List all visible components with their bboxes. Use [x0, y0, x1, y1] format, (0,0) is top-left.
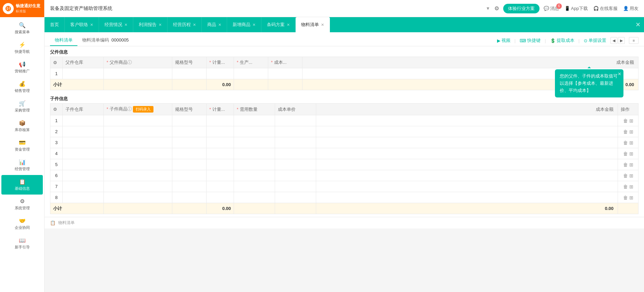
child-unitprice-cell-5[interactable] — [275, 170, 316, 181]
delete-icon[interactable]: 🗑 — [623, 173, 628, 178]
tab-customer[interactable]: 客户联络✕ — [65, 17, 99, 32]
child-product-cell-0[interactable] — [104, 115, 172, 126]
child-unit-cell-5[interactable] — [207, 170, 234, 181]
sidebar-item-guide[interactable]: 📖新手引导 — [0, 234, 44, 253]
delete-icon[interactable]: 🗑 — [623, 195, 628, 200]
next-arrow[interactable]: ▶ — [618, 37, 625, 44]
sidebar-item-purchase[interactable]: 🛒采购管理 — [0, 97, 44, 116]
sidebar-item-management[interactable]: 📊经营管理 — [0, 155, 44, 175]
tab-home[interactable]: 首页 — [45, 17, 65, 32]
child-product-cell-7[interactable] — [104, 192, 172, 203]
child-unitprice-cell-2[interactable] — [275, 137, 316, 148]
child-spec-cell-0[interactable] — [172, 115, 207, 126]
child-product-cell-1[interactable] — [104, 126, 172, 137]
parent-produce-cell[interactable] — [234, 68, 268, 79]
sidebar-item-marketing[interactable]: 📢营销推广 — [0, 58, 44, 77]
child-warehouse-cell-1[interactable] — [63, 126, 104, 137]
copy-icon[interactable]: ⊞ — [629, 184, 633, 189]
single-settings-btn[interactable]: ⊙ 单据设置 — [584, 37, 606, 44]
tab-close-icon[interactable]: ✕ — [321, 23, 324, 27]
tab-profit[interactable]: 利润报告✕ — [133, 17, 168, 32]
message-icon-container[interactable]: 💬 消息 6 — [544, 5, 559, 12]
child-unit-cell-4[interactable] — [207, 159, 234, 170]
child-qty-cell-7[interactable] — [234, 192, 275, 203]
child-warehouse-cell-2[interactable] — [63, 137, 104, 148]
child-unit-cell-3[interactable] — [207, 148, 234, 159]
child-spec-cell-7[interactable] — [172, 192, 207, 203]
child-unitprice-cell-3[interactable] — [275, 148, 316, 159]
child-spec-cell-1[interactable] — [172, 126, 207, 137]
tab-products[interactable]: 商品✕ — [202, 17, 227, 32]
delete-icon[interactable]: 🗑 — [623, 162, 628, 167]
child-qty-cell-6[interactable] — [234, 181, 275, 192]
delete-icon[interactable]: 🗑 — [623, 140, 628, 145]
child-warehouse-cell-4[interactable] — [63, 159, 104, 170]
child-unitprice-cell-1[interactable] — [275, 126, 316, 137]
parent-unit-cell[interactable] — [207, 68, 234, 79]
child-unit-cell-7[interactable] — [207, 192, 234, 203]
child-spec-cell-6[interactable] — [172, 181, 207, 192]
child-unit-cell-0[interactable] — [207, 115, 234, 126]
delete-icon[interactable]: 🗑 — [623, 184, 628, 189]
copy-icon[interactable]: ⊞ — [629, 140, 633, 145]
child-qty-cell-4[interactable] — [234, 159, 275, 170]
tab-close-icon[interactable]: ✕ — [159, 23, 162, 27]
cost-btn[interactable]: 💲 提取成本 — [550, 37, 574, 44]
copy-icon[interactable]: ⊞ — [629, 162, 633, 167]
child-warehouse-cell-6[interactable] — [63, 181, 104, 192]
sidebar-item-system[interactable]: ⚙系统管理 — [0, 195, 44, 214]
online-service[interactable]: 🎧 在线客服 — [593, 5, 618, 12]
child-unit-cell-6[interactable] — [207, 181, 234, 192]
child-spec-cell-2[interactable] — [172, 137, 207, 148]
trial-button[interactable]: 体验行业方案 — [503, 4, 540, 13]
copy-icon[interactable]: ⊞ — [629, 195, 633, 200]
parent-col-settings[interactable]: ⚙ — [50, 57, 63, 68]
child-product-cell-6[interactable] — [104, 181, 172, 192]
copy-icon[interactable]: ⊞ — [629, 173, 633, 178]
copy-icon[interactable]: ⊞ — [629, 151, 633, 156]
child-qty-cell-5[interactable] — [234, 170, 275, 181]
sidebar-item-sales[interactable]: 💰销售管理 — [0, 77, 44, 97]
tab-bom[interactable]: 物料清单✕ — [296, 17, 330, 32]
app-download[interactable]: 📱 App下载 — [565, 5, 588, 12]
scan-input-btn[interactable]: 扫码录入 — [133, 106, 153, 113]
child-unit-cell-1[interactable] — [207, 126, 234, 137]
delete-icon[interactable]: 🗑 — [623, 118, 628, 124]
child-product-cell-3[interactable] — [104, 148, 172, 159]
user-menu[interactable]: 👤 用友 — [623, 5, 639, 12]
settings-icon[interactable]: ⚙ — [494, 5, 499, 12]
child-product-cell-5[interactable] — [104, 170, 172, 181]
tab-operation[interactable]: 经营情况✕ — [99, 17, 133, 32]
child-qty-cell-1[interactable] — [234, 126, 275, 137]
child-unit-cell-2[interactable] — [207, 137, 234, 148]
sub-tab-bom-code[interactable]: 物料清单编码 0000005 — [77, 35, 134, 46]
child-unitprice-cell-0[interactable] — [275, 115, 316, 126]
child-warehouse-cell-7[interactable] — [63, 192, 104, 203]
close-all-tabs[interactable]: ✕ — [632, 21, 644, 28]
child-warehouse-cell-5[interactable] — [63, 170, 104, 181]
sidebar-item-finance[interactable]: 💳资金管理 — [0, 136, 44, 155]
copy-icon[interactable]: ⊞ — [629, 129, 633, 135]
child-qty-cell-3[interactable] — [234, 148, 275, 159]
dropdown-arrow-icon[interactable]: ▼ — [486, 6, 490, 11]
sidebar-item-search[interactable]: 🔍搜索菜单 — [0, 19, 44, 38]
delete-icon[interactable]: 🗑 — [623, 129, 628, 135]
tab-close-icon[interactable]: ✕ — [252, 23, 256, 27]
child-unitprice-cell-7[interactable] — [275, 192, 316, 203]
delete-icon[interactable]: 🗑 — [623, 151, 628, 156]
grid-view-btn[interactable]: ≡ — [629, 37, 639, 44]
tab-close-icon[interactable]: ✕ — [124, 23, 127, 27]
sidebar-item-cooperation[interactable]: 🤝企业协同 — [0, 214, 44, 234]
tab-barcode[interactable]: 条码方案✕ — [261, 17, 296, 32]
view-btn[interactable]: ▶ 视频 — [497, 37, 510, 44]
child-qty-cell-2[interactable] — [234, 137, 275, 148]
child-spec-cell-3[interactable] — [172, 148, 207, 159]
child-product-cell-2[interactable] — [104, 137, 172, 148]
child-product-cell-4[interactable] — [104, 159, 172, 170]
child-qty-cell-0[interactable] — [234, 115, 275, 126]
parent-spec-cell[interactable] — [172, 68, 207, 79]
tab-close-icon[interactable]: ✕ — [193, 23, 196, 27]
child-spec-cell-4[interactable] — [172, 159, 207, 170]
tooltip-close-btn[interactable]: ✕ — [618, 71, 621, 78]
child-spec-cell-5[interactable] — [172, 170, 207, 181]
